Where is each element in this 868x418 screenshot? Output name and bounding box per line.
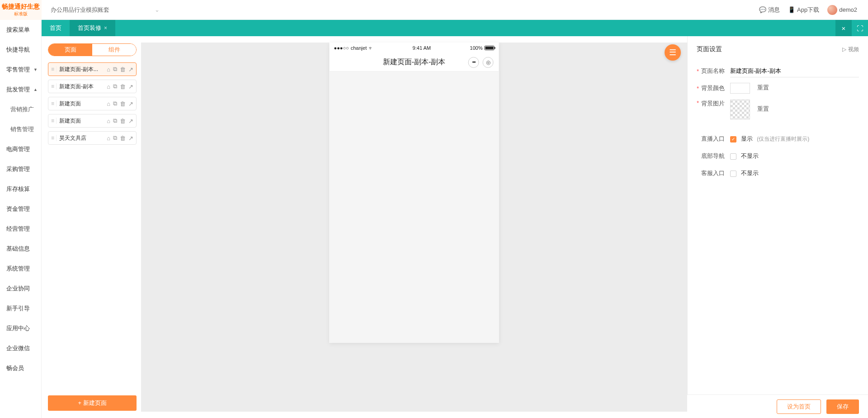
canvas-menu-fab[interactable]: ☰ <box>665 44 681 61</box>
home-icon[interactable]: ⌂ <box>107 83 110 90</box>
bg-image-picker[interactable] <box>730 100 750 119</box>
sidebar-item-label: 电商管理 <box>6 145 30 153</box>
tenant-selector[interactable]: 办公用品行业模拟账套 ⌄ <box>51 6 160 14</box>
page-list-item[interactable]: ≡新建页面⌂⧉🗑↗ <box>48 97 137 110</box>
drag-handle-icon[interactable]: ≡ <box>51 66 57 72</box>
bg-color-reset[interactable]: 重置 <box>757 84 769 91</box>
page-item-name: 新建页面 <box>59 100 104 108</box>
phone-titlebar: 新建页面-副本-副本 ••• ◎ <box>330 53 499 71</box>
topbar-right: 💬 消息 📱 App下载 demo2 <box>759 5 868 15</box>
copy-icon[interactable]: ⧉ <box>113 83 117 90</box>
sidebar-item[interactable]: 新手引导 <box>0 299 41 318</box>
set-home-button[interactable]: 设为首页 <box>777 399 821 414</box>
sidebar-item[interactable]: 畅会员 <box>0 358 41 378</box>
sidebar-item-label: 应用中心 <box>6 324 30 332</box>
sidebar-sub-item[interactable]: 营销推广 <box>0 100 41 119</box>
wifi-icon: ᯤ <box>368 45 373 51</box>
left-sidebar: 搜索菜单快捷导航零售管理▼批发管理▲营销推广销售管理电商管理采购管理库存核算资金… <box>0 20 42 418</box>
input-page-name[interactable] <box>730 65 859 77</box>
delete-icon[interactable]: 🗑 <box>120 66 126 73</box>
messages-label: 消息 <box>768 6 780 14</box>
sidebar-item[interactable]: 电商管理 <box>0 139 41 159</box>
sidebar-item[interactable]: 资金管理 <box>0 199 41 219</box>
segment-component[interactable]: 组件 <box>92 44 136 56</box>
copy-icon[interactable]: ⧉ <box>113 134 117 142</box>
sidebar-item-label: 企业微信 <box>6 344 30 352</box>
share-icon[interactable]: ↗ <box>128 83 133 90</box>
copy-icon[interactable]: ⧉ <box>113 117 117 124</box>
checkbox-bottom-nav[interactable] <box>730 153 736 160</box>
segment-page[interactable]: 页面 <box>48 44 92 56</box>
tabbar-fullscreen-button[interactable]: ⛶ <box>852 20 868 36</box>
tab-home[interactable]: 首页 <box>42 20 70 36</box>
tab-decorate[interactable]: 首页装修 × <box>70 20 115 36</box>
user-menu[interactable]: demo2 <box>827 5 857 15</box>
miniapp-menu-icon[interactable]: ••• <box>468 57 479 68</box>
battery-icon <box>485 46 495 50</box>
drag-handle-icon[interactable]: ≡ <box>51 100 57 107</box>
brand-name: 畅捷通好生意 <box>2 3 40 11</box>
checkbox-bottom-nav-label: 不显示 <box>741 152 759 159</box>
home-icon[interactable]: ⌂ <box>107 135 110 142</box>
checkbox-service[interactable] <box>730 171 736 177</box>
sidebar-item[interactable]: 批发管理▲ <box>0 80 41 100</box>
copy-icon[interactable]: ⧉ <box>113 100 117 107</box>
checkbox-live-show[interactable]: ✓ <box>730 136 736 142</box>
sidebar-item[interactable]: 企业协同 <box>0 279 41 299</box>
delete-icon[interactable]: 🗑 <box>120 135 126 142</box>
brand-logo: 畅捷通好生意 标准版 <box>0 0 42 20</box>
bg-image-reset[interactable]: 重置 <box>757 105 769 112</box>
page-list-item[interactable]: ≡新建页面-副本⌂⧉🗑↗ <box>48 80 137 93</box>
share-icon[interactable]: ↗ <box>128 66 133 73</box>
sidebar-item[interactable]: 基础信息 <box>0 239 41 259</box>
preview-canvas: ●●●○○ chanjet ᯤ 9:41 AM 100% 新建页面-副本-副本 … <box>141 43 687 412</box>
sidebar-item-label: 系统管理 <box>6 265 30 273</box>
bg-color-swatch[interactable] <box>730 83 750 94</box>
page-list-column: 页面 组件 ≡新建页面-副本...⌂⧉🗑↗≡新建页面-副本⌂⧉🗑↗≡新建页面⌂⧉… <box>42 36 141 418</box>
sidebar-item[interactable]: 经营管理 <box>0 219 41 239</box>
top-bar: 畅捷通好生意 标准版 办公用品行业模拟账套 ⌄ 💬 消息 📱 App下载 dem… <box>0 0 868 20</box>
tabbar-close-button[interactable]: × <box>835 20 852 36</box>
page-list-item[interactable]: ≡新建页面⌂⧉🗑↗ <box>48 114 137 128</box>
brand-edition: 标准版 <box>14 11 28 17</box>
app-download-button[interactable]: 📱 App下载 <box>788 6 819 14</box>
sidebar-item[interactable]: 企业微信 <box>0 338 41 358</box>
drag-handle-icon[interactable]: ≡ <box>51 118 57 124</box>
sidebar-item[interactable]: 快捷导航 <box>0 40 41 60</box>
sidebar-item[interactable]: 搜索菜单 <box>0 20 41 40</box>
close-tab-icon[interactable]: × <box>104 25 107 31</box>
sidebar-item-label: 零售管理 <box>6 66 30 74</box>
copy-icon[interactable]: ⧉ <box>113 66 117 73</box>
page-list-item[interactable]: ≡新建页面-副本...⌂⧉🗑↗ <box>48 62 137 76</box>
video-tutorial-link[interactable]: ▷ 视频 <box>842 46 859 53</box>
delete-icon[interactable]: 🗑 <box>120 118 126 124</box>
sidebar-item[interactable]: 采购管理 <box>0 159 41 179</box>
drag-handle-icon[interactable]: ≡ <box>51 135 57 141</box>
home-icon[interactable]: ⌂ <box>107 118 110 124</box>
sidebar-item-label: 营销推广 <box>10 105 34 114</box>
share-icon[interactable]: ↗ <box>128 100 133 107</box>
phone-preview: ●●●○○ chanjet ᯤ 9:41 AM 100% 新建页面-副本-副本 … <box>330 43 499 343</box>
share-icon[interactable]: ↗ <box>128 135 133 142</box>
page-list-item[interactable]: ≡昊天文具店⌂⧉🗑↗ <box>48 131 137 145</box>
messages-button[interactable]: 💬 消息 <box>759 6 780 14</box>
phone-body[interactable] <box>330 71 499 343</box>
home-icon[interactable]: ⌂ <box>107 100 110 107</box>
phone-time: 9:41 AM <box>413 45 431 51</box>
home-icon[interactable]: ⌂ <box>107 66 110 73</box>
sidebar-item[interactable]: 零售管理▼ <box>0 60 41 80</box>
user-name: demo2 <box>839 6 857 13</box>
sidebar-item-label: 批发管理 <box>6 86 30 94</box>
sidebar-item[interactable]: 应用中心 <box>0 318 41 338</box>
sidebar-item[interactable]: 系统管理 <box>0 259 41 279</box>
share-icon[interactable]: ↗ <box>128 118 133 124</box>
new-page-button[interactable]: + 新建页面 <box>48 395 137 411</box>
sidebar-item[interactable]: 库存核算 <box>0 179 41 199</box>
sidebar-sub-item[interactable]: 销售管理 <box>0 119 41 139</box>
miniapp-close-icon[interactable]: ◎ <box>483 57 494 68</box>
delete-icon[interactable]: 🗑 <box>120 83 126 90</box>
expand-arrow-icon: ▼ <box>33 67 38 72</box>
save-button[interactable]: 保存 <box>826 399 859 414</box>
drag-handle-icon[interactable]: ≡ <box>51 83 57 90</box>
delete-icon[interactable]: 🗑 <box>120 100 126 107</box>
